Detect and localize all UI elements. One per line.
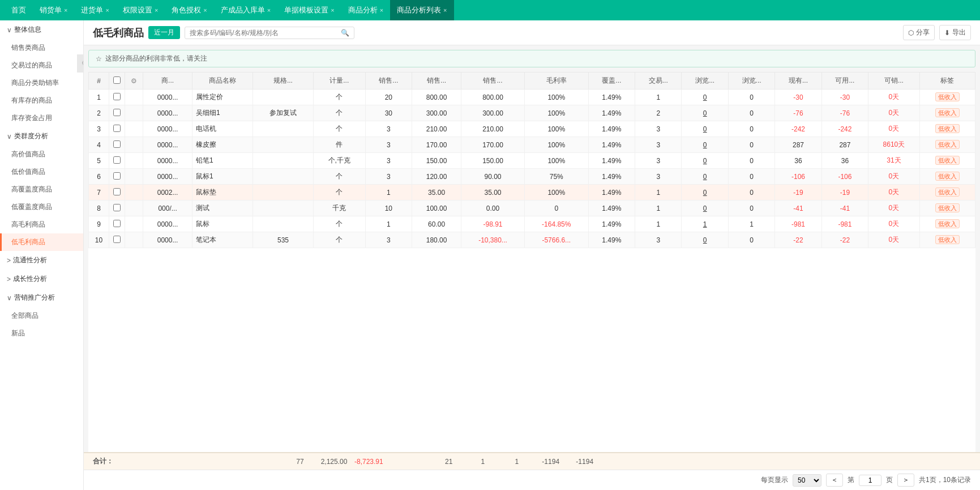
search-box[interactable]: 🔍 — [185, 27, 354, 39]
sidebar-group-cluster[interactable]: ∨ 类群度分析 — [0, 127, 83, 146]
row-checkbox[interactable] — [113, 172, 121, 180]
row-name[interactable]: 测试 — [192, 201, 253, 216]
sidebar-item-traded-products[interactable]: 交易过的商品 — [0, 57, 83, 74]
row-check[interactable] — [109, 153, 125, 169]
sidebar-item-low-coverage[interactable]: 低覆盖度商品 — [0, 198, 83, 216]
row-name[interactable]: 橡皮擦 — [192, 137, 253, 153]
sidebar-group-overall[interactable]: ∨ 整体信息 — [0, 20, 83, 39]
col-header-browse2: 浏览... — [728, 73, 774, 90]
table-body: 1 0000... 属性定价 个 20 800.00 800.00 100% 1… — [89, 90, 975, 248]
row-browse1[interactable]: 0 — [682, 105, 728, 121]
row-name[interactable]: 属性定价 — [192, 90, 253, 105]
nav-finished-goods-close-icon[interactable]: × — [267, 7, 271, 14]
nav-permission-settings[interactable]: 权限设置 × — [116, 0, 165, 20]
row-check[interactable] — [109, 185, 125, 201]
row-checkbox[interactable] — [113, 156, 121, 164]
row-browse1[interactable]: 0 — [682, 90, 728, 105]
nav-home[interactable]: 首页 — [5, 0, 33, 20]
sidebar-item-sales-products[interactable]: 销售类商品 — [0, 39, 83, 57]
row-checkbox[interactable] — [113, 220, 121, 227]
sidebar-item-all-products[interactable]: 全部商品 — [0, 307, 83, 325]
row-checkbox[interactable] — [113, 93, 121, 100]
row-check[interactable] — [109, 137, 125, 153]
sidebar-group-marketing[interactable]: ∨ 营销推广分析 — [0, 288, 83, 307]
row-checkbox[interactable] — [113, 125, 121, 132]
sidebar-group-growth[interactable]: > 成长性分析 — [0, 270, 83, 288]
row-available: -41 — [821, 201, 868, 216]
sidebar-item-high-value[interactable]: 高价值商品 — [0, 146, 83, 163]
row-check[interactable] — [109, 232, 125, 248]
row-browse1[interactable]: 0 — [682, 185, 728, 201]
nav-template-settings[interactable]: 单据模板设置 × — [277, 0, 341, 20]
sidebar-item-in-stock[interactable]: 有库存的商品 — [0, 92, 83, 109]
search-input[interactable] — [190, 29, 341, 37]
prev-page-button[interactable]: ＜ — [826, 474, 843, 487]
row-browse1[interactable]: 0 — [682, 201, 728, 216]
sidebar-item-high-margin[interactable]: 高毛利商品 — [0, 216, 83, 233]
sidebar-collapse-button[interactable]: 《 — [77, 54, 84, 73]
nav-product-analysis[interactable]: 商品分析 × — [341, 0, 390, 20]
nav-sales-order-close-icon[interactable]: × — [64, 7, 67, 14]
share-button[interactable]: ⬡ 分享 — [903, 25, 935, 40]
column-settings-icon[interactable]: ⚙ — [131, 77, 137, 85]
row-sales-count: 1 — [365, 216, 412, 232]
row-spec — [253, 185, 314, 201]
nav-template-close-icon[interactable]: × — [331, 7, 334, 14]
row-checkbox[interactable] — [113, 188, 121, 195]
row-browse1[interactable]: 1 — [682, 216, 728, 232]
sidebar-item-high-coverage[interactable]: 高覆盖度商品 — [0, 181, 83, 198]
nav-product-analysis-list-close-icon[interactable]: × — [443, 7, 447, 14]
row-browse1[interactable]: 0 — [682, 169, 728, 185]
row-browse1[interactable]: 0 — [682, 121, 728, 137]
nav-role-auth[interactable]: 角色授权 × — [165, 0, 213, 20]
row-name[interactable]: 鼠标垫 — [192, 185, 253, 201]
sidebar-item-low-margin[interactable]: 低毛利商品 — [0, 233, 83, 251]
sidebar-item-stock-fund[interactable]: 库存资金占用 — [0, 109, 83, 127]
row-name[interactable]: 电话机 — [192, 121, 253, 137]
sidebar-item-new-products[interactable]: 新品 — [0, 325, 83, 342]
row-checkbox[interactable] — [113, 236, 121, 243]
row-name[interactable]: 鼠标 — [192, 216, 253, 232]
sidebar-item-category-rate[interactable]: 商品分类助销率 — [0, 74, 83, 92]
nav-permission-close-icon[interactable]: × — [155, 7, 158, 14]
row-check[interactable] — [109, 169, 125, 185]
row-checkbox[interactable] — [113, 109, 121, 116]
col-header-check — [109, 73, 125, 90]
row-checkbox[interactable] — [113, 204, 121, 211]
nav-product-analysis-list[interactable]: 商品分析列表 × — [390, 0, 453, 20]
row-browse1[interactable]: 0 — [682, 232, 728, 248]
row-name[interactable]: 铅笔1 — [192, 153, 253, 169]
nav-sales-order[interactable]: 销货单 × — [33, 0, 74, 20]
row-name[interactable]: 笔记本 — [192, 232, 253, 248]
row-trade: 3 — [635, 121, 682, 137]
nav-finished-goods[interactable]: 产成品入库单 × — [214, 0, 277, 20]
row-browse1[interactable]: 0 — [682, 137, 728, 153]
sidebar-item-low-value[interactable]: 低价值商品 — [0, 163, 83, 181]
nav-purchase-order-close-icon[interactable]: × — [105, 7, 109, 14]
row-check[interactable] — [109, 121, 125, 137]
nav-role-auth-close-icon[interactable]: × — [203, 7, 207, 14]
row-name[interactable]: 鼠标1 — [192, 169, 253, 185]
nav-purchase-order[interactable]: 进货单 × — [74, 0, 115, 20]
select-all-checkbox[interactable] — [113, 76, 121, 84]
row-unit: 个 — [313, 216, 365, 232]
row-browse1[interactable]: 0 — [682, 153, 728, 169]
row-available: -22 — [821, 232, 868, 248]
row-checkbox[interactable] — [113, 140, 121, 148]
row-check[interactable] — [109, 201, 125, 216]
nav-product-analysis-close-icon[interactable]: × — [380, 7, 383, 14]
search-icon[interactable]: 🔍 — [341, 29, 349, 37]
row-spec — [253, 169, 314, 185]
row-check[interactable] — [109, 90, 125, 105]
page-number-input[interactable] — [859, 475, 881, 486]
next-page-button[interactable]: ＞ — [897, 474, 914, 487]
per-page-select[interactable]: 50 100 200 — [793, 474, 821, 487]
row-check[interactable] — [109, 216, 125, 232]
sidebar-group-flow[interactable]: > 流通性分析 — [0, 251, 83, 270]
row-name[interactable]: 吴细细1 — [192, 105, 253, 121]
filter-recent-month-button[interactable]: 近一月 — [148, 26, 180, 39]
row-sales-profit: 150.00 — [461, 153, 525, 169]
row-stock-now: -30 — [775, 90, 821, 105]
row-check[interactable] — [109, 105, 125, 121]
export-button[interactable]: ⬇ 导出 — [939, 25, 971, 40]
